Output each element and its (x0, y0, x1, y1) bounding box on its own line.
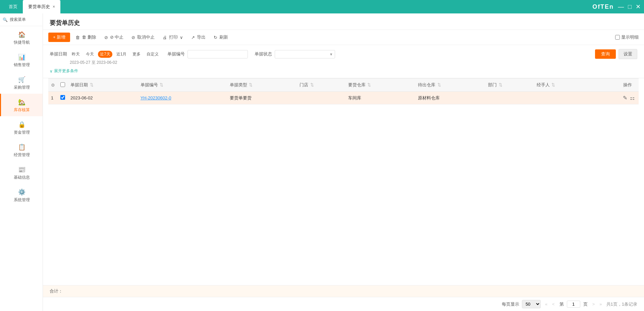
col-settings[interactable]: ⚙ (48, 79, 58, 92)
new-button[interactable]: + 新增 (48, 33, 70, 42)
docno-label: 单据编号 (167, 51, 185, 57)
total-label: 合计： (50, 288, 63, 294)
date-shortcuts: 昨天 今天 近7天 近1月 更多 自定义 (70, 51, 161, 58)
inventory-icon: 🏡 (18, 98, 25, 106)
row-pendingwarehouse: 原材料仓库 (415, 92, 485, 104)
table-row: 1 2023-06-02 YH-20230602-0 要货单要货 车间库 原材料… (48, 92, 639, 104)
row-checkbox (58, 92, 68, 104)
sort-docno-icon[interactable]: ⇅ (160, 82, 163, 87)
page-label: 第 (558, 301, 566, 308)
row-reqwarehouse: 车间库 (345, 92, 416, 104)
col-date: 单据日期 ⇅ (68, 79, 138, 92)
delete-button[interactable]: 🗑 🗑 删除 (73, 33, 99, 42)
col-docno: 单据编号 ⇅ (138, 79, 227, 92)
sidebar-item-operation[interactable]: 📋 经营管理 (0, 139, 43, 161)
top-bar-right: OfTEn — □ ✕ (592, 3, 641, 10)
sidebar-item-system[interactable]: ⚙️ 系统管理 (0, 184, 43, 206)
stop-button[interactable]: ⊘ ⊘ 中止 (102, 33, 126, 42)
sort-dept-icon[interactable]: ⇅ (499, 82, 502, 87)
tab-home[interactable]: 首页 (3, 0, 23, 13)
toolbar: + 新增 🗑 🗑 删除 ⊘ ⊘ 中止 ⊘ 取消中止 🖨 打印 ∨ ↗ 导出 (43, 30, 644, 45)
first-page-btn[interactable]: « (543, 301, 549, 307)
action-icons: ✎ ⚏ (596, 95, 635, 101)
sort-reqwh-icon[interactable]: ⇅ (367, 82, 371, 87)
shortcut-yesterday[interactable]: 昨天 (70, 51, 82, 58)
sidebar-item-label: 销售管理 (14, 62, 30, 68)
export-icon: ↗ (191, 35, 195, 40)
row-dept (485, 92, 534, 104)
sidebar-item-basic[interactable]: 📰 基础信息 (0, 161, 43, 184)
sidebar-search[interactable]: 🔍 搜索菜单 (0, 13, 43, 26)
filter-actions: 查询 设置 (595, 49, 637, 59)
page-input[interactable] (567, 301, 580, 308)
filter-row: 单据日期 昨天 今天 近7天 近1月 更多 自定义 单据编号 (50, 49, 637, 59)
docno-input[interactable] (187, 50, 248, 58)
per-page-select[interactable]: 50 100 (522, 300, 541, 308)
cancel-stop-button[interactable]: ⊘ 取消中止 (129, 33, 157, 42)
finance-icon: 🔒 (18, 121, 25, 128)
status-select[interactable] (275, 50, 335, 58)
table-body: 1 2023-06-02 YH-20230602-0 要货单要货 车间库 原材料… (48, 92, 639, 104)
shortcut-1month[interactable]: 近1月 (114, 51, 129, 58)
maximize-icon[interactable]: □ (628, 3, 632, 10)
col-pendingwarehouse: 待出仓库 ⇅ (415, 79, 485, 92)
print-arrow-icon: ∨ (180, 35, 183, 40)
system-icon: ⚙️ (18, 188, 25, 196)
next-page-btn[interactable]: > (591, 301, 597, 307)
table-footer: 合计： (43, 285, 644, 297)
status-filter: 单据状态 (255, 50, 335, 58)
status-select-wrap (275, 50, 335, 58)
stop-icon: ⊘ (104, 35, 108, 40)
sidebar-item-sales[interactable]: 📊 销售管理 (0, 49, 43, 71)
col-reqwarehouse: 要货仓库 ⇅ (345, 79, 416, 92)
prev-page-btn[interactable]: < (550, 301, 556, 307)
select-all-checkbox[interactable] (60, 82, 65, 87)
sidebar-item-quick-nav[interactable]: 🏠 快捷导航 (0, 26, 43, 49)
print-icon: 🖨 (163, 35, 167, 40)
shortcut-today[interactable]: 今天 (84, 51, 96, 58)
basic-icon: 📰 (18, 166, 25, 173)
edit-icon[interactable]: ✎ (623, 95, 627, 101)
shortcut-more[interactable]: 更多 (130, 51, 143, 58)
minimize-icon[interactable]: — (618, 3, 624, 10)
pagination: 每页显示 50 100 « < 第 页 > » 共1页，1条记录 (43, 297, 644, 311)
shortcut-7days[interactable]: 近7天 (98, 51, 112, 58)
sidebar-item-label: 采购管理 (14, 85, 30, 90)
sort-doctype-icon[interactable]: ⇅ (249, 82, 253, 87)
sort-handler-icon[interactable]: ⇅ (551, 82, 555, 87)
sort-pendingwh-icon[interactable]: ⇅ (437, 82, 441, 87)
status-label: 单据状态 (255, 51, 272, 57)
sidebar-item-finance[interactable]: 🔒 资金管理 (0, 116, 43, 139)
sort-date-icon[interactable]: ⇅ (90, 82, 94, 87)
sort-store-icon[interactable]: ⇅ (310, 82, 314, 87)
sidebar-item-label: 库存核算 (14, 107, 30, 113)
tab-active[interactable]: 要货单历史 × (23, 0, 60, 13)
main-layout: 🔍 搜索菜单 🏠 快捷导航 📊 销售管理 🛒 采购管理 🏡 库存核算 🔒 资金管… (0, 13, 644, 311)
last-page-btn[interactable]: » (598, 301, 603, 307)
date-label: 单据日期 (50, 51, 67, 57)
print-button[interactable]: 🖨 打印 ∨ (160, 33, 186, 42)
pagination-info: 共1页，1条记录 (606, 301, 637, 307)
expand-more[interactable]: ∨ 展开更多条件 (50, 68, 637, 74)
quick-nav-icon: 🏠 (18, 31, 25, 38)
row-docno[interactable]: YH-20230602-0 (138, 92, 227, 104)
expand-icon: ∨ (50, 69, 53, 74)
close-icon[interactable]: ✕ (636, 3, 641, 10)
shortcut-custom[interactable]: 自定义 (145, 51, 161, 58)
refresh-button[interactable]: ↻ 刷新 (211, 33, 231, 42)
pagination-nav: « < 第 页 > » (543, 301, 604, 308)
tab-close-icon[interactable]: × (53, 4, 55, 9)
export-button[interactable]: ↗ 导出 (189, 33, 208, 42)
sidebar-item-inventory[interactable]: 🏡 库存核算 (0, 94, 43, 116)
top-bar: 首页 要货单历史 × OfTEn — □ ✕ (0, 0, 644, 13)
setting-button[interactable]: 设置 (619, 49, 637, 59)
purchase-icon: 🛒 (18, 76, 25, 83)
detail-icon[interactable]: ⚏ (630, 95, 635, 101)
show-detail-checkbox-group: 显示明细 (615, 34, 639, 40)
query-button[interactable]: 查询 (595, 49, 616, 59)
show-detail-checkbox[interactable] (615, 35, 620, 40)
sidebar-item-label: 系统管理 (14, 197, 30, 203)
row-select-checkbox[interactable] (60, 95, 65, 100)
sidebar-item-purchase[interactable]: 🛒 采购管理 (0, 71, 43, 94)
content-area: 要货单历史 + 新增 🗑 🗑 删除 ⊘ ⊘ 中止 ⊘ 取消中止 🖨 打印 ∨ (43, 13, 644, 311)
